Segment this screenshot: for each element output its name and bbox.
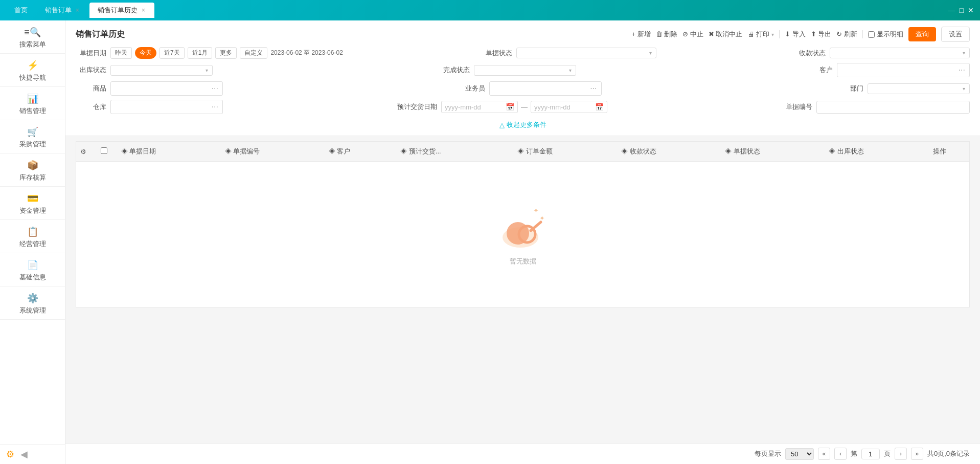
sidebar-item-basic-info[interactable]: 📄 基础信息 bbox=[0, 253, 65, 286]
th-outbound-status-label: ◈ 出库状态 bbox=[829, 147, 864, 155]
last-page-button[interactable]: » bbox=[911, 448, 923, 460]
display-toggle-checkbox[interactable] bbox=[868, 31, 875, 38]
date-btn-1month[interactable]: 近1月 bbox=[188, 47, 213, 59]
refresh-button[interactable]: ↻ 刷新 bbox=[836, 30, 857, 39]
stop-button[interactable]: ⊘ 中止 bbox=[682, 30, 703, 39]
goods-more-icon[interactable]: ··· bbox=[212, 84, 218, 93]
th-voucher-status[interactable]: ◈ 单据状态 bbox=[721, 142, 825, 162]
display-toggle-label: 显示明细 bbox=[877, 30, 903, 39]
receipt-status-select[interactable]: ▾ bbox=[830, 48, 970, 58]
sidebar-item-quick-nav-label: 快捷导航 bbox=[19, 73, 46, 82]
sidebar: ≡🔍 搜索菜单 ⚡ 快捷导航 📊 销售管理 🛒 采购管理 📦 库存核算 💳 资金… bbox=[0, 20, 65, 464]
empty-text: 暂无数据 bbox=[510, 257, 536, 266]
page-number-input[interactable] bbox=[861, 449, 880, 459]
print-button[interactable]: 🖨 打印 ▾ bbox=[748, 30, 774, 39]
date-btn-custom[interactable]: 自定义 bbox=[240, 47, 267, 59]
expected-delivery-start-placeholder: yyyy-mm-dd bbox=[445, 103, 504, 111]
completion-status-label: 完成状态 bbox=[439, 65, 470, 75]
cancel-stop-button[interactable]: ✖ 取消中止 bbox=[709, 30, 743, 39]
sidebar-collapse-icon[interactable]: ◀ bbox=[20, 449, 28, 460]
inventory-check-icon: 📦 bbox=[27, 160, 38, 171]
sidebar-item-sales-mgmt[interactable]: 📊 销售管理 bbox=[0, 87, 65, 120]
sidebar-item-system-mgmt[interactable]: ⚙️ 系统管理 bbox=[0, 286, 65, 320]
new-button[interactable]: + 新增 bbox=[631, 30, 650, 39]
jump-label: 第 bbox=[851, 449, 857, 458]
th-settings[interactable]: ⚙ bbox=[76, 142, 97, 162]
sidebar-settings-icon[interactable]: ⚙ bbox=[6, 449, 14, 460]
th-outbound-status[interactable]: ◈ 出库状态 bbox=[825, 142, 928, 162]
sidebar-item-inventory-check-label: 库存核算 bbox=[19, 173, 46, 182]
th-expected-delivery[interactable]: ◈ 预计交货... bbox=[396, 142, 513, 162]
settings-button[interactable]: 设置 bbox=[941, 27, 970, 42]
content-area: 销售订单历史 + 新增 🗑 删除 ⊘ 中止 ✖ 取消中止 🖨 bbox=[65, 20, 980, 464]
completion-status-chevron-icon: ▾ bbox=[569, 68, 572, 73]
date-dash: — bbox=[521, 103, 528, 111]
minimize-icon[interactable]: — bbox=[948, 6, 955, 14]
export-button[interactable]: ⬆ 导出 bbox=[811, 30, 832, 39]
expected-delivery-end[interactable]: yyyy-mm-dd 📅 bbox=[531, 101, 607, 113]
th-voucher-no-label: ◈ 单据编号 bbox=[225, 147, 260, 155]
salesperson-more-icon[interactable]: ··· bbox=[590, 84, 597, 93]
display-toggle[interactable]: 显示明细 bbox=[868, 30, 903, 39]
sidebar-item-sales-mgmt-label: 销售管理 bbox=[19, 106, 46, 116]
date-btn-yesterday[interactable]: 昨天 bbox=[110, 47, 132, 59]
tab-home[interactable]: 首页 bbox=[6, 3, 36, 18]
th-customer[interactable]: ◈ 客户 bbox=[325, 142, 397, 162]
department-select[interactable]: ▾ bbox=[868, 83, 970, 94]
th-voucher-date-label: ◈ 单据日期 bbox=[121, 147, 156, 155]
tab-sales-order[interactable]: 销售订单 × bbox=[37, 3, 88, 18]
sidebar-item-search-menu[interactable]: ≡🔍 搜索菜单 bbox=[0, 20, 65, 54]
th-operation: 操作 bbox=[929, 142, 970, 162]
customer-more-icon[interactable]: ··· bbox=[959, 65, 965, 75]
expected-delivery-end-placeholder: yyyy-mm-dd bbox=[534, 103, 593, 111]
empty-state: ✦ ✦ 暂无数据 bbox=[76, 162, 969, 307]
tab-sales-order-history-close[interactable]: × bbox=[141, 6, 146, 15]
th-expected-delivery-label: ◈ 预计交货... bbox=[400, 147, 441, 155]
th-voucher-date[interactable]: ◈ 单据日期 bbox=[117, 142, 221, 162]
sidebar-item-search-menu-label: 搜索菜单 bbox=[19, 40, 46, 49]
date-btn-today[interactable]: 今天 bbox=[135, 47, 156, 59]
fund-mgmt-icon: 💳 bbox=[27, 193, 38, 204]
first-page-button[interactable]: « bbox=[818, 448, 830, 460]
th-receipt-status[interactable]: ◈ 收款状态 bbox=[617, 142, 721, 162]
th-order-amount[interactable]: ◈ 订单金额 bbox=[513, 142, 617, 162]
maximize-icon[interactable]: □ bbox=[960, 6, 964, 14]
voucher-status-select[interactable]: ▾ bbox=[516, 48, 656, 58]
completion-status-select[interactable]: ▾ bbox=[474, 65, 576, 76]
tab-sales-order-history[interactable]: 销售订单历史 × bbox=[89, 3, 154, 18]
outbound-status-select[interactable]: ▾ bbox=[110, 65, 213, 76]
import-button[interactable]: ⬇ 导入 bbox=[785, 30, 806, 39]
stop-label: ⊘ 中止 bbox=[682, 30, 703, 39]
warehouse-more-icon[interactable]: ··· bbox=[212, 102, 218, 112]
quick-nav-icon: ⚡ bbox=[27, 60, 38, 71]
filter-row-3: 商品 ··· 业务员 ··· 部门 ▾ bbox=[76, 81, 970, 96]
expected-delivery-label: 预计交货日期 bbox=[397, 102, 437, 112]
page-title: 销售订单历史 bbox=[76, 29, 125, 40]
system-mgmt-icon: ⚙️ bbox=[27, 293, 38, 304]
select-all-checkbox[interactable] bbox=[101, 147, 107, 154]
page-size-select[interactable]: 50 20 100 200 bbox=[785, 448, 814, 460]
sidebar-item-purchase-mgmt[interactable]: 🛒 采购管理 bbox=[0, 120, 65, 153]
sidebar-item-operation-mgmt[interactable]: 📋 经营管理 bbox=[0, 220, 65, 253]
collapse-button[interactable]: △ 收起更多条件 bbox=[76, 118, 970, 131]
sidebar-item-inventory-check[interactable]: 📦 库存核算 bbox=[0, 153, 65, 187]
th-voucher-no[interactable]: ◈ 单据编号 bbox=[221, 142, 325, 162]
prev-page-button[interactable]: ‹ bbox=[834, 448, 847, 460]
th-checkbox[interactable] bbox=[97, 142, 117, 162]
date-btn-more[interactable]: 更多 bbox=[215, 47, 237, 59]
delete-button[interactable]: 🗑 删除 bbox=[656, 30, 678, 39]
tab-sales-order-close[interactable]: × bbox=[75, 6, 80, 15]
calendar-start-icon: 📅 bbox=[506, 103, 514, 111]
cancel-stop-label: ✖ 取消中止 bbox=[709, 30, 743, 39]
department-label: 部门 bbox=[833, 84, 863, 93]
voucher-no-input[interactable] bbox=[816, 101, 970, 114]
basic-info-icon: 📄 bbox=[27, 259, 38, 271]
date-btn-7days[interactable]: 近7天 bbox=[159, 47, 185, 59]
next-page-button[interactable]: › bbox=[895, 448, 907, 460]
sidebar-item-quick-nav[interactable]: ⚡ 快捷导航 bbox=[0, 54, 65, 87]
expected-delivery-start[interactable]: yyyy-mm-dd 📅 bbox=[441, 101, 518, 113]
close-icon[interactable]: ✕ bbox=[968, 6, 974, 14]
date-range-text: 2023-06-02 至 2023-06-02 bbox=[270, 49, 343, 57]
query-button[interactable]: 查询 bbox=[908, 27, 936, 41]
sidebar-item-fund-mgmt[interactable]: 💳 资金管理 bbox=[0, 187, 65, 220]
